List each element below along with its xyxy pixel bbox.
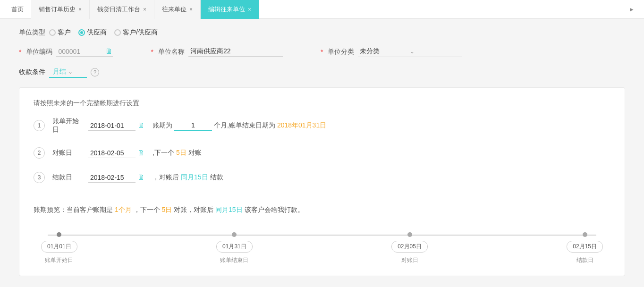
tab-sales-history[interactable]: 销售订单历史 × — [31, 0, 90, 19]
timeline-badge-1: 01月01日 — [41, 241, 77, 253]
code-name-row: * 单位编码 🗎 * 单位名称 * 单位分类 未分类 ⌄ — [19, 46, 625, 57]
preview-day: 5日 — [161, 206, 172, 213]
name-required-star: * — [151, 48, 153, 56]
timeline-label-3: 对账日 — [401, 256, 418, 264]
date-input-3[interactable] — [88, 173, 136, 183]
category-value: 未分类 — [360, 47, 410, 56]
tab-cash-work-close[interactable]: × — [143, 6, 146, 13]
date-input-1[interactable] — [88, 121, 136, 131]
period-months-unit: 个月,账单结束日期为 — [214, 121, 275, 130]
preview-part4: 该客户会给我打款。 — [245, 206, 304, 213]
preview-text: 账期预览：当前客户账期是 1个月 ，下一个 5日 对账，对账后 同月15日 该客… — [34, 204, 610, 216]
tab-partner[interactable]: 往来单位 × — [154, 0, 201, 19]
period-desc-3-suffix: 结款 — [210, 173, 223, 182]
period-desc-1: 账期为 个月,账单结束日期为 2018年01月31日 — [153, 120, 326, 131]
category-dropdown-arrow: ⌄ — [410, 48, 460, 55]
timeline-label-4: 结款日 — [576, 256, 593, 264]
timeline-label-2: 账单结束日 — [220, 256, 248, 264]
preview-part2: ，下一个 — [134, 206, 160, 213]
payment-field: 收款条件 月结 ⌄ ? — [19, 67, 99, 78]
timeline-dot-1 — [57, 232, 61, 237]
period-desc-3: ，对账后 同月15日 结款 — [153, 173, 223, 182]
timeline-dot-4 — [583, 232, 587, 237]
tab-home[interactable]: 首页 — [4, 0, 31, 19]
code-input[interactable] — [56, 47, 103, 56]
preview-months: 1个月 — [115, 206, 132, 213]
date-input-2[interactable] — [88, 148, 136, 158]
main-content: 单位类型 客户 供应商 客户/供应商 * 单位编码 — [0, 19, 644, 287]
timeline-point-4: 02月15日 结款日 — [567, 227, 603, 264]
period-desc-2: ,下一个 5日 对账 — [153, 149, 202, 157]
code-calendar-icon[interactable]: 🗎 — [105, 47, 113, 56]
unit-type-field: 单位类型 客户 供应商 客户/供应商 — [19, 28, 158, 37]
period-label-2: 对账日 — [52, 149, 81, 157]
radio-customer[interactable]: 客户 — [49, 28, 71, 37]
timeline-badge-2: 01月31日 — [216, 241, 253, 253]
category-required-star: * — [321, 48, 323, 56]
row-num-1: 1 — [34, 120, 45, 131]
timeline-point-2: 01月31日 账单结束日 — [216, 227, 253, 264]
tab-partner-close[interactable]: × — [189, 6, 193, 13]
tab-edit-partner[interactable]: 编辑往来单位 × — [201, 0, 259, 19]
period-desc-3-prefix: ，对账后 — [153, 173, 179, 182]
tab-edit-partner-label: 编辑往来单位 — [208, 5, 245, 14]
radio-supplier-label: 供应商 — [87, 28, 107, 37]
category-field: * 单位分类 未分类 ⌄ — [321, 46, 462, 57]
tab-partner-label: 往来单位 — [162, 5, 186, 14]
period-label-1: 账单开始日 — [52, 117, 81, 134]
tab-cash-work[interactable]: 钱货日清工作台 × — [90, 0, 154, 19]
tab-cash-work-label: 钱货日清工作台 — [97, 5, 140, 14]
row-num-2: 2 — [34, 147, 45, 159]
end-date-highlight: 2018年01月31日 — [277, 121, 326, 130]
period-row-1: 1 账单开始日 🗎 账期为 个月,账单结束日期为 2018年01月31日 — [34, 117, 610, 134]
calendar-icon-2[interactable]: 🗎 — [137, 149, 145, 157]
period-row-2: 2 对账日 🗎 ,下一个 5日 对账 — [34, 147, 610, 159]
timeline-label-1: 账单开始日 — [45, 256, 73, 264]
tab-edit-partner-close[interactable]: × — [248, 6, 251, 13]
payment-value: 月结 — [53, 68, 66, 76]
radio-supplier[interactable]: 供应商 — [78, 28, 107, 37]
preview-section: 账期预览：当前客户账期是 1个月 ，下一个 5日 对账，对账后 同月15日 该客… — [34, 196, 610, 264]
unit-type-label: 单位类型 — [19, 28, 45, 37]
date-field-3: 🗎 — [88, 173, 145, 183]
code-input-wrapper: 🗎 — [56, 47, 113, 57]
name-input[interactable] — [188, 47, 283, 57]
months-input[interactable] — [174, 120, 212, 131]
unit-type-radio-group: 客户 供应商 客户/供应商 — [49, 28, 158, 37]
radio-customer-circle — [49, 29, 56, 36]
payment-dropdown[interactable]: 月结 ⌄ — [49, 67, 87, 78]
tab-home-label: 首页 — [11, 5, 24, 14]
payment-dropdown-arrow: ⌄ — [68, 68, 73, 75]
timeline-badge-4: 02月15日 — [567, 241, 603, 253]
radio-customer-label: 客户 — [58, 28, 71, 37]
timeline-points: 01月01日 账单开始日 01月31日 账单结束日 02月05日 对账日 — [41, 227, 603, 264]
payment-row: 收款条件 月结 ⌄ ? — [19, 67, 625, 78]
calendar-icon-1[interactable]: 🗎 — [137, 121, 145, 130]
category-dropdown[interactable]: 未分类 ⌄ — [358, 46, 462, 57]
timeline-dot-2 — [232, 232, 237, 237]
period-desc-1-prefix: 账期为 — [153, 121, 172, 130]
tab-sales-history-label: 销售订单历史 — [39, 5, 76, 14]
preview-payment-day: 同月15日 — [215, 206, 243, 213]
category-label: 单位分类 — [328, 48, 354, 56]
card-hint: 请按照未来的一个完整帐期进行设置 — [34, 99, 610, 108]
payment-label: 收款条件 — [19, 68, 45, 76]
tab-sales-history-close[interactable]: × — [78, 6, 82, 13]
timeline-badge-3: 02月05日 — [391, 241, 428, 253]
timeline-container: 01月01日 账单开始日 01月31日 账单结束日 02月05日 对账日 — [34, 227, 610, 264]
timeline-point-3: 02月05日 对账日 — [391, 227, 428, 264]
period-label-3: 结款日 — [52, 173, 81, 182]
radio-supplier-circle — [78, 29, 85, 36]
radio-both-circle — [114, 29, 121, 36]
tab-more-arrow[interactable]: ► — [623, 0, 640, 19]
period-card: 请按照未来的一个完整帐期进行设置 1 账单开始日 🗎 账期为 个月,账单结束日期… — [19, 87, 625, 276]
row-num-3: 3 — [34, 172, 45, 183]
unit-type-row: 单位类型 客户 供应商 客户/供应商 — [19, 28, 625, 37]
tabs-bar: 首页 销售订单历史 × 钱货日清工作台 × 往来单位 × 编辑往来单位 × ► — [0, 0, 644, 19]
radio-both-label: 客户/供应商 — [123, 28, 158, 37]
payment-help-icon[interactable]: ? — [91, 68, 99, 76]
timeline-point-1: 01月01日 账单开始日 — [41, 227, 77, 264]
radio-both[interactable]: 客户/供应商 — [114, 28, 158, 37]
period-desc-2-prefix: ,下一个 — [153, 149, 174, 157]
calendar-icon-3[interactable]: 🗎 — [137, 173, 145, 182]
